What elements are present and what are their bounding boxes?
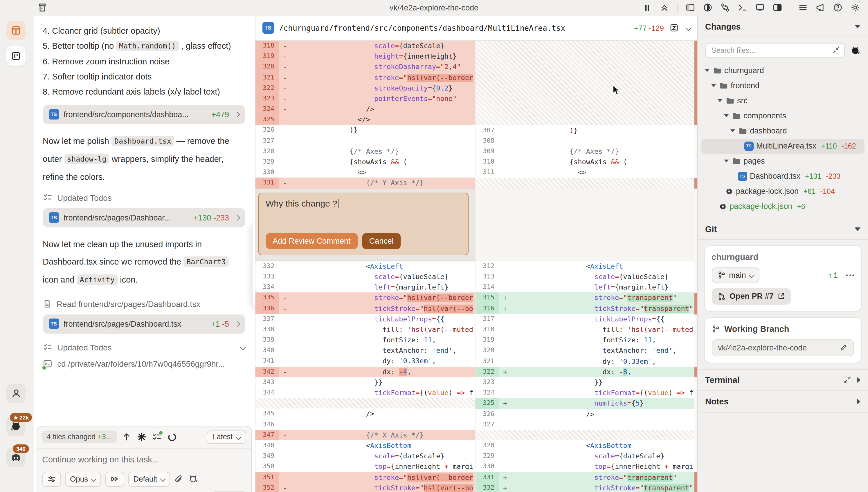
expand-triangle-icon[interactable] [711,84,715,87]
file-chip-components-dashboard[interactable]: TS frontend/src/components/dashboa... +4… [43,105,245,124]
edit-pencil-icon[interactable] [840,343,848,351]
tree-item-dashboard[interactable]: dashboard [701,123,865,139]
chevron-down-icon[interactable] [240,344,245,350]
expand-triangle-icon[interactable] [705,69,709,72]
diff-line-new-318[interactable]: 318 fill: 'hsl(var(--muted [475,324,695,335]
diff-line-new-319[interactable]: 319 fontSize: 11, [475,335,695,345]
expand-triangle-icon[interactable] [724,114,728,117]
diff-line-old-337[interactable]: 337 tickLabelProps={{ [255,314,475,324]
diff-line-old-338[interactable]: 338 fill: 'hsl(var(--muted [255,324,475,335]
diff-line-new-310[interactable]: 310 {showAxis && ( [475,157,695,167]
tree-item-package-lock.json[interactable]: package-lock.json+61-104 [701,183,865,199]
diff-line-new-317[interactable]: 317 tickLabelProps={{ [475,314,695,324]
cat-icon[interactable] [188,474,198,484]
diff-line-new-307[interactable]: 307 )} [475,125,695,136]
working-branch-input[interactable]: vk/4e2a-explore-the-code [711,339,854,356]
diff-line-old-322[interactable]: 322- strokeOpacity={0.2} [255,83,475,93]
message-input[interactable]: Continue working on this task... [42,454,246,464]
diff-line-new-316[interactable]: 316+ tickStroke="transparent" [475,303,695,314]
diff-line-new-315[interactable]: 315+ stroke="transparent" [475,293,695,303]
diff-line-old-333[interactable]: 333 scale={valueScale} [255,272,475,282]
diff-line-new-330[interactable]: 330 top={innerHeight + margi [475,462,695,472]
diff-line-old-326[interactable]: 326 )} [255,125,475,136]
diff-line-new-328[interactable]: 328 <AxisBottom [475,440,695,451]
diff-line-old-331[interactable]: 331- {/* Y Axis */} [255,178,475,188]
scroll-up-icon[interactable] [122,432,132,442]
help-icon[interactable] [832,3,842,13]
diff-line-old-341[interactable]: 341 dy: '0.33em', [255,356,475,366]
diff-line-old-325[interactable]: 325- </> [255,115,475,125]
git-section-header[interactable]: Git [698,218,868,239]
diff-line-new-321[interactable]: 321 dy: '0.33em', [475,356,695,366]
expand-triangle-icon[interactable] [717,99,722,102]
diff-line-new-312[interactable]: 312 <AxisLeft [475,261,695,272]
attach-paperclip-icon[interactable] [174,474,184,484]
diff-line-new-309[interactable]: 309 {/* Axes */} [475,146,695,157]
diff-line-new-313[interactable]: 313 scale={valueScale} [475,272,695,282]
diff-line-old-332[interactable]: 332 <AxisLeft [255,261,475,272]
notes-section-header[interactable]: Notes [698,390,868,412]
fast-forward-button[interactable] [105,471,124,487]
add-review-comment-button[interactable]: Add Review Comment [266,233,358,249]
diff-line-new-320[interactable]: 320 textAnchor: 'end', [475,345,695,356]
terminal-icon[interactable] [737,3,747,13]
tree-item-package-lock.json[interactable]: package-lock.json+6 [701,199,865,214]
workspace-tab-active[interactable] [6,21,26,40]
diff-line-old-320[interactable]: 320- strokeDasharray="2,4" [255,62,475,72]
diff-line-new-326[interactable]: 326 /> [475,409,695,419]
collapse-all-icon[interactable] [832,46,840,54]
diff-line-new-314[interactable]: 314 left={margin.left} [475,282,695,293]
diff-line-new-311[interactable]: 311 <> [475,167,695,178]
diff-line-old-318[interactable]: 318- scale={dateScale} [255,41,475,51]
read-file-row[interactable]: Read frontend/src/pages/Dashboard.tsx [43,299,245,309]
terminal-command-row[interactable]: cd /private/var/folders/10/h7w0q46556ggr… [43,359,245,368]
diff-line-old-339[interactable]: 339 fontSize: 11, [255,335,475,345]
branch-select[interactable]: main [711,267,759,283]
diff-line-old-352[interactable]: 352- tickStroke="hsl(var(--bo [255,483,475,492]
diff-line-old-344[interactable]: 344 tickFormat={(value) => f [255,388,475,398]
diff-line-old-329[interactable]: 329 {showAxis && ( [255,157,475,167]
megaphone-icon[interactable] [815,3,825,13]
changes-section-header[interactable]: Changes [698,16,868,37]
expand-triangle-icon[interactable] [730,129,735,132]
diff-view-icon[interactable] [669,24,678,33]
diff-line-old-324[interactable]: 324- /> [255,104,475,114]
files-changed-chip[interactable]: 4 files changed +3... [42,430,117,443]
settings-sliders-button[interactable] [42,471,61,487]
review-comment-box[interactable]: Why this change ?Add Review CommentCance… [258,192,468,255]
diff-line-old-336[interactable]: 336- tickStroke="hsl(var(--bo [255,303,475,314]
diff-line-old-348[interactable]: 348 <AxisBottom [255,440,475,451]
file-chip-pages-dashboard[interactable]: TS frontend/src/pages/Dashboar... +130 -… [43,208,245,227]
diff-line-old-346[interactable]: 346 [255,419,475,429]
diff-line-old-350[interactable]: 350 top={innerHeight + margi [255,462,475,472]
diff-line-old-323[interactable]: 323- pointerEvents="none" [255,93,475,104]
octocat-icon[interactable] [850,45,861,55]
diff-line-old-342[interactable]: 342- dx: -4, [255,366,475,377]
collapse-up-icon[interactable] [660,3,670,13]
diff-line-new-327[interactable]: 327 [475,419,695,429]
account-button[interactable] [6,384,26,403]
open-pr-button[interactable]: Open PR #7 [711,288,791,304]
diff-line-old-349[interactable]: 349 scale={dateScale} [255,451,475,461]
pause-icon[interactable] [642,3,652,13]
panel-left-icon[interactable] [685,3,695,13]
tree-item-src[interactable]: src [701,93,865,108]
git-more-options[interactable] [846,274,854,276]
tree-item-pages[interactable]: pages [701,153,865,169]
diff-line-new-331[interactable]: 331+ stroke="transparent" [475,472,695,483]
search-input[interactable] [710,46,828,55]
diff-overview-ruler[interactable] [695,41,697,492]
tree-item-Dashboard.tsx[interactable]: TSDashboard.tsx+131-233 [701,169,865,183]
expand-triangle-icon[interactable] [724,159,728,163]
diff-line-new-308[interactable]: 308 [475,136,695,146]
search-files-input[interactable] [705,43,845,58]
review-comment-text[interactable]: Why this change ? [266,198,461,208]
mode-select[interactable]: Default [128,471,170,487]
board-view-button[interactable] [6,46,26,65]
diff-line-old-334[interactable]: 334 left={margin.left} [255,282,475,292]
diff-line-old-319[interactable]: 319- height={innerHeight} [255,51,475,62]
panel-right-icon[interactable] [772,3,782,13]
tree-item-frontend[interactable]: frontend [701,78,865,93]
updated-todos-row[interactable]: Updated Todos [43,193,245,202]
tree-item-MultiLineArea.tsx[interactable]: TSMultiLineArea.tsx+110-162 [701,139,865,153]
